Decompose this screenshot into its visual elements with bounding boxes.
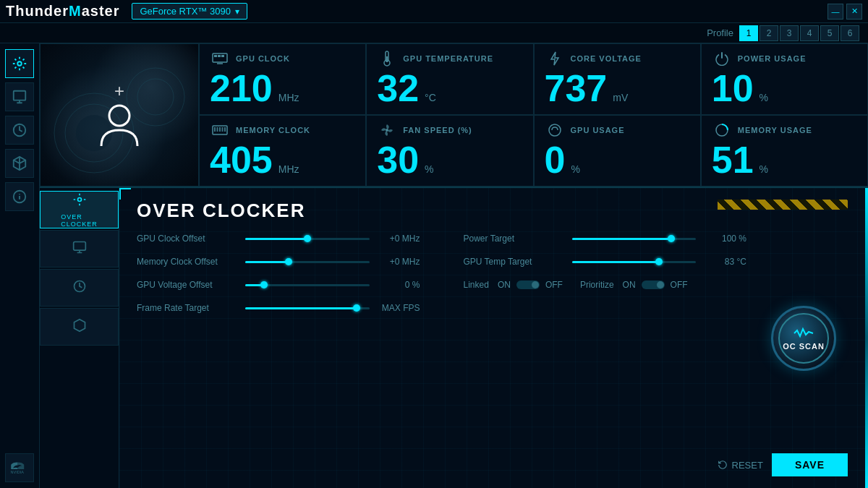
window-controls: — ✕ (827, 4, 862, 20)
svg-point-27 (77, 197, 81, 201)
sidebar-icon-info[interactable] (5, 182, 34, 211)
stat-header-memory-clock: MEMORY CLOCK (210, 123, 355, 137)
prioritize-toggle-track[interactable] (642, 281, 665, 289)
memory-clock-offset-fill (245, 261, 289, 263)
sidebar-icon-3d[interactable] (5, 149, 34, 178)
chevron-down-icon[interactable]: ▾ (235, 7, 239, 17)
memory-usage-label: MEMORY USAGE (738, 126, 812, 134)
profile-bar: Profile 1 2 3 4 5 6 (0, 23, 868, 43)
oc-footer: RESET SAVE (718, 453, 848, 476)
svg-point-24 (386, 129, 388, 132)
oc-nav-overclocker[interactable]: OVERCLOCKER (40, 191, 119, 228)
profile-tab-4[interactable]: 4 (800, 25, 819, 41)
stats-area: + (40, 43, 868, 188)
oc-nav-history[interactable] (40, 269, 119, 307)
sidebar-icon-overclocker[interactable] (5, 49, 34, 78)
svg-rect-14 (221, 55, 224, 57)
gpu-clock-label: GPU CLOCK (236, 54, 290, 63)
gpu-avatar[interactable]: + (98, 81, 141, 150)
voltage-icon (545, 51, 565, 66)
svg-rect-17 (386, 56, 388, 62)
memory-clock-offset-track[interactable] (245, 261, 370, 263)
oc-scan-inner: OC SCAN (778, 313, 829, 364)
linked-label: Linked (464, 280, 489, 290)
frame-rate-target-track[interactable] (245, 307, 370, 309)
toggles-row: Linked ON OFF Prioritize ON (464, 280, 747, 290)
profile-label: Profile (707, 27, 733, 38)
linked-toggle-track[interactable] (516, 281, 540, 289)
profile-tab-5[interactable]: 5 (820, 25, 839, 41)
gpu-selector[interactable]: GeForce RTX™ 3090 ▾ (132, 3, 247, 20)
memory-usage-unit: % (760, 163, 768, 175)
stat-card-memory-clock: MEMORY CLOCK 405 MHz (199, 115, 366, 187)
stat-card-gpu-temp: GPU TEMPERATURE 32 °C (366, 43, 533, 115)
power-usage-value-row: 10 % (712, 69, 857, 107)
sidebar-icon-display[interactable] (5, 82, 34, 111)
power-target-value: 100 % (703, 234, 746, 244)
sidebar-icon-nvidia[interactable]: NVIDIA (5, 453, 34, 482)
oc-nav-display[interactable] (40, 230, 119, 267)
gpu-voltage-offset-label: GPU Voltage Offset (137, 280, 238, 290)
gpu-temp-target-track[interactable] (572, 261, 697, 263)
history-nav-icon (72, 279, 87, 297)
fan-speed-unit: % (425, 163, 433, 175)
sidebar-icon-history[interactable] (5, 116, 34, 145)
profile-tab-3[interactable]: 3 (780, 25, 799, 41)
oc-main: OVER CLOCKER GPU Clock Offset +0 MHz (119, 188, 865, 488)
power-target-thumb[interactable] (668, 235, 675, 242)
overclocker-nav-icon (72, 192, 87, 210)
fan-icon (377, 123, 397, 137)
app-logo: ThunderMaster GeForce RTX™ 3090 ▾ (6, 3, 247, 20)
profile-tab-1[interactable]: 1 (739, 25, 758, 41)
voltage-toggle-section: GPU Voltage Offset 0 % (137, 280, 420, 290)
minimize-button[interactable]: — (827, 4, 843, 20)
close-button[interactable]: ✕ (846, 4, 862, 20)
power-target-track[interactable] (572, 238, 697, 240)
memory-usage-icon (712, 123, 732, 137)
frame-rate-target-thumb[interactable] (353, 304, 360, 312)
core-voltage-label: CORE VOLTAGE (571, 54, 642, 63)
gpu-voltage-offset-track[interactable] (245, 284, 370, 286)
gpu-usage-unit: % (571, 163, 579, 175)
gpu-temp-value: 32 (377, 69, 419, 107)
svg-point-9 (137, 79, 174, 115)
gpu-name: GeForce RTX™ 3090 (140, 6, 230, 17)
gpu-voltage-offset-thumb[interactable] (260, 281, 268, 288)
profile-tab-6[interactable]: 6 (841, 25, 859, 41)
linked-on-label: ON (498, 280, 511, 290)
svg-rect-1 (14, 91, 26, 100)
gpu-temp-target-value: 83 °C (703, 257, 746, 267)
stat-card-power-usage: POWER USAGE 10 % (701, 43, 868, 115)
memory-usage-value-row: 51 % (712, 141, 857, 179)
fan-speed-label: FAN SPEED (%) (403, 126, 472, 134)
oc-scan-button[interactable]: OC SCAN (771, 306, 836, 371)
memory-clock-offset-thumb[interactable] (285, 258, 292, 265)
content-area: + (40, 43, 868, 488)
gpu-clock-icon (210, 51, 230, 66)
stat-header-gpu-clock: GPU CLOCK (210, 51, 355, 66)
profile-tab-2[interactable]: 2 (760, 25, 778, 41)
oc-sidenav: OVERCLOCKER (40, 188, 119, 488)
memory-clock-offset-label: Memory Clock Offset (137, 257, 238, 267)
gpu-image-box[interactable]: + (40, 43, 199, 187)
linked-toggle-row: Linked ON OFF (464, 280, 563, 290)
gpu-usage-icon (545, 123, 565, 137)
save-button[interactable]: SAVE (772, 453, 848, 476)
reset-button[interactable]: RESET (718, 460, 763, 471)
memory-clock-unit: MHz (278, 163, 299, 175)
gpu-clock-offset-thumb[interactable] (304, 235, 311, 242)
gpu-clock-offset-track[interactable] (245, 238, 370, 240)
svg-rect-28 (73, 241, 85, 250)
gpu-temp-value-row: 32 °C (377, 69, 522, 107)
prioritize-toggle-knob (657, 281, 664, 288)
gpu-temp-target-thumb[interactable] (655, 258, 663, 265)
oc-nav-3d[interactable] (40, 308, 119, 346)
stat-header-gpu-temp: GPU TEMPERATURE (377, 51, 522, 66)
svg-point-0 (17, 61, 22, 66)
fan-speed-value: 30 (377, 141, 419, 179)
add-icon: + (114, 81, 124, 101)
frame-rate-target-value: MAX FPS (377, 303, 420, 313)
frame-rate-target-fill (245, 307, 357, 309)
svg-rect-11 (213, 53, 227, 62)
gpu-temp-label: GPU TEMPERATURE (403, 54, 493, 63)
